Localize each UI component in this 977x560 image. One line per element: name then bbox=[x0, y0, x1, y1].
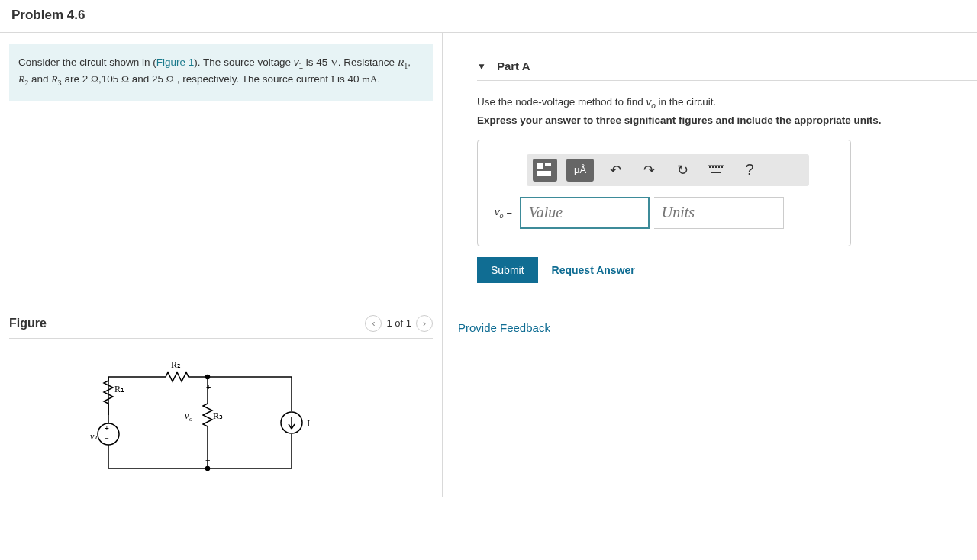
svg-text:−: − bbox=[205, 455, 210, 465]
figure-page-indicator: 1 of 1 bbox=[386, 317, 411, 329]
provide-feedback-link[interactable]: Provide Feedback bbox=[458, 321, 977, 334]
svg-text:+: + bbox=[105, 424, 109, 433]
instruction-line-1: Use the node-voltage method to find vo i… bbox=[477, 96, 977, 110]
svg-rect-20 bbox=[537, 163, 543, 169]
circuit-diagram: v₁ + − R₁ R₂ R₃ v o + − I bbox=[85, 354, 433, 486]
svg-point-14 bbox=[206, 466, 210, 470]
template-icon[interactable] bbox=[533, 159, 557, 182]
label-r2: R₂ bbox=[171, 359, 181, 370]
svg-rect-24 bbox=[709, 166, 711, 168]
svg-rect-21 bbox=[545, 163, 551, 166]
redo-icon[interactable]: ↷ bbox=[637, 159, 661, 182]
svg-text:o: o bbox=[189, 416, 192, 423]
svg-text:+: + bbox=[206, 382, 211, 391]
keyboard-icon[interactable] bbox=[704, 159, 728, 182]
units-input[interactable] bbox=[654, 197, 784, 229]
submit-button[interactable]: Submit bbox=[477, 257, 538, 283]
answer-box: μÅ ↶ ↷ ↻ ? vo = bbox=[477, 140, 851, 246]
label-I: I bbox=[307, 417, 310, 429]
figure-next-button[interactable]: › bbox=[416, 315, 433, 332]
svg-rect-28 bbox=[721, 166, 723, 168]
figure-prev-button[interactable]: ‹ bbox=[365, 315, 382, 332]
svg-rect-25 bbox=[712, 166, 714, 168]
units-button[interactable]: μÅ bbox=[566, 159, 594, 182]
svg-rect-26 bbox=[715, 166, 717, 168]
figure-title: Figure bbox=[9, 317, 47, 330]
answer-toolbar: μÅ ↶ ↷ ↻ ? bbox=[527, 154, 809, 186]
answer-label: vo = bbox=[495, 206, 512, 220]
instruction-line-2: Express your answer to three significant… bbox=[477, 114, 977, 126]
problem-statement: Consider the circuit shown in (Figure 1)… bbox=[9, 44, 433, 101]
request-answer-link[interactable]: Request Answer bbox=[552, 264, 635, 276]
svg-rect-27 bbox=[718, 166, 720, 168]
submit-row: Submit Request Answer bbox=[477, 257, 977, 283]
answer-input-row: vo = bbox=[488, 197, 840, 229]
label-v1: v₁ bbox=[90, 431, 98, 442]
part-a-header[interactable]: ▼ Part A bbox=[477, 60, 977, 81]
part-a-title: Part A bbox=[497, 60, 530, 72]
figure-link[interactable]: Figure 1 bbox=[156, 56, 195, 68]
value-input[interactable] bbox=[520, 197, 650, 229]
problem-title: Problem 4.6 bbox=[11, 8, 966, 23]
svg-point-13 bbox=[206, 375, 210, 378]
svg-text:−: − bbox=[105, 434, 109, 443]
label-r1: R₁ bbox=[114, 384, 124, 394]
reset-icon[interactable]: ↻ bbox=[670, 159, 695, 182]
label-r3: R₃ bbox=[213, 410, 223, 421]
undo-icon[interactable]: ↶ bbox=[603, 159, 627, 182]
help-icon[interactable]: ? bbox=[737, 159, 762, 182]
figure-pager: ‹ 1 of 1 › bbox=[365, 315, 433, 332]
collapse-icon[interactable]: ▼ bbox=[477, 61, 486, 72]
problem-header: Problem 4.6 bbox=[0, 0, 977, 33]
figure-header: Figure ‹ 1 of 1 › bbox=[9, 315, 433, 339]
svg-rect-29 bbox=[711, 172, 721, 173]
svg-rect-22 bbox=[537, 171, 551, 176]
